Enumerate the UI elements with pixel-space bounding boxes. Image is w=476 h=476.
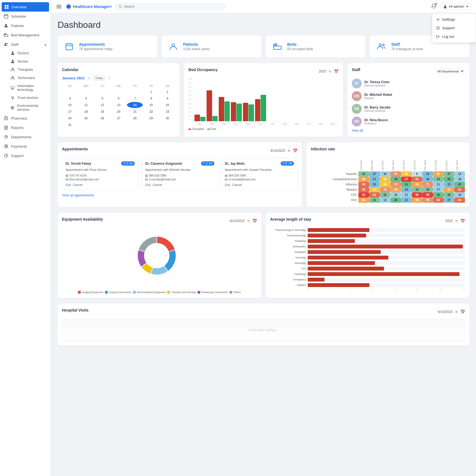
appointments-card[interactable]: Appointments 78 appointments today [58,36,157,58]
cal-day[interactable]: 20 [111,109,126,115]
dropdown-support[interactable]: Support [432,24,476,32]
appt-cancel-btn[interactable]: Cancel [73,183,82,186]
cal-day[interactable]: 23 [159,109,175,115]
staff-item[interactable]: DT Dr. Teresa Conn Internal medicine [352,79,465,88]
legend-label: Electromedical Equipment [137,291,166,294]
cal-day[interactable]: 1 [143,89,159,95]
cal-day[interactable]: 25 [78,115,94,121]
cal-day[interactable]: 8 [143,95,159,101]
chevron-down-icon: ▼ [466,5,469,8]
equipment-close[interactable]: ✕ [247,219,250,223]
bed-occupancy-close[interactable]: ✕ [328,69,332,74]
appointment-card: Dr. Jay Mohr. 9:45 AM Appointment with J… [221,158,298,190]
search-input[interactable] [124,5,222,9]
appt-cancel-btn[interactable]: Cancel [153,183,162,186]
cal-day[interactable]: 5 [94,95,110,101]
cal-day[interactable]: 7 [127,95,143,101]
appt-edit-btn[interactable]: Edit [66,183,71,186]
beds-card[interactable]: Beds 56 occupied beds [266,36,366,58]
page-title: Dashboard [58,20,469,30]
hospital-visits-calendar[interactable]: 📅 [460,310,465,314]
cal-day[interactable]: 4 [78,95,94,101]
sidebar-item-overview[interactable]: Overview [2,2,49,12]
sidebar-item-support[interactable]: Support [0,151,51,160]
hamburger-menu[interactable] [55,4,63,9]
appt-close[interactable]: ✕ [287,148,291,153]
cal-day[interactable]: 22 [143,109,159,115]
bar-group [194,115,205,121]
cal-day[interactable]: 18 [78,109,94,115]
cal-day[interactable]: 3 [62,95,78,101]
cal-day[interactable]: 28 [127,115,143,121]
cal-today[interactable]: Today [93,75,105,80]
cal-day[interactable]: 26 [94,115,110,121]
view-all-appointments[interactable]: View all appointments [62,193,298,197]
avg-stay-close[interactable]: ✕ [455,219,458,223]
cal-day[interactable]: 29 [143,115,159,121]
cal-day[interactable]: 11 [78,102,94,108]
staff-view-all[interactable]: View all [352,129,465,132]
search-bar[interactable] [115,3,225,10]
equipment-calendar[interactable]: 📅 [252,219,257,223]
staff-icon [4,42,8,47]
sidebar-item-nurses[interactable]: Nurses [8,57,51,66]
sidebar-item-schedule[interactable]: Schedule [0,12,51,21]
appt-calendar[interactable]: 📅 [293,148,298,153]
patients-card[interactable]: Patients 1234 active cases [162,36,261,58]
dropdown-logout[interactable]: Log out [432,32,476,41]
sidebar-item-reports[interactable]: Reports [0,123,51,132]
appt-edit-btn[interactable]: Edit [145,183,150,186]
avg-stay-title: Average length of stay [270,217,312,221]
staff-item[interactable]: DB Dr. Barry Jacobs Internal medicine [352,104,465,114]
cal-day[interactable]: 12 [94,102,110,108]
cal-day[interactable]: 31 [62,122,78,128]
sidebar-item-env[interactable]: Environmental services [8,102,51,113]
dropdown-settings[interactable]: Settings [432,15,476,24]
cal-day[interactable]: 21 [127,109,143,115]
cal-day[interactable]: 19 [94,109,110,115]
cal-day[interactable]: 2 [159,89,175,95]
appt-edit-btn[interactable]: Edit [225,183,230,186]
cal-day[interactable]: 30 [159,115,175,121]
user-menu[interactable]: Hi admin! ▼ [440,3,472,10]
notifications-bell[interactable] [431,3,437,10]
sidebar-item-food[interactable]: Food services [8,94,51,102]
appt-cancel-btn[interactable]: Cancel [232,183,242,186]
cal-day[interactable]: 9 [159,95,175,101]
cal-day[interactable]: 13 [111,102,126,108]
staff-item[interactable]: DM Dr. Mitchell Robel Reports [352,91,465,101]
cal-day[interactable]: 14 [127,102,143,108]
cal-next[interactable]: › [107,75,111,81]
sidebar-item-bed-management[interactable]: Bed Management [0,30,51,40]
cal-day[interactable]: 6 [111,95,126,101]
sidebar-item-pharmacy[interactable]: Pharmacy [0,113,51,123]
appt-time-badge: 9:10 AM [201,161,215,166]
staff-item[interactable]: DN Dr. Nina Bosco Pediatrics [352,117,465,126]
sidebar-item-therapists[interactable]: Therapists [8,66,51,74]
cal-day[interactable]: 27 [111,115,126,121]
cal-day[interactable]: 15 [143,102,159,108]
sidebar-item-departments[interactable]: Departments [0,132,51,142]
cal-day[interactable]: 24 [62,115,78,121]
summary-cards: Appointments 78 appointments today Patie… [58,36,469,58]
sidebar-item-it[interactable]: Information technology [8,82,51,94]
cal-prev[interactable]: ‹ [87,75,91,81]
bed-occupancy-calendar[interactable]: 📅 [334,69,339,74]
bar-group [255,95,266,121]
infection-cell: 89 [433,198,444,203]
legend-label: Surgical Instruments [109,291,131,294]
appointments-panel: Appointments 6/14/2023 ✕ 📅 Dr. Terrell F… [58,142,302,207]
sidebar-item-patients[interactable]: Patients [0,21,51,30]
cal-day[interactable]: 17 [62,109,78,115]
hospital-visits-close[interactable]: ✕ [455,310,458,314]
avg-stay-calendar[interactable]: 📅 [460,219,465,223]
sidebar-item-doctors[interactable]: Doctors [8,49,51,57]
cal-day[interactable]: 10 [62,102,78,108]
user-dropdown: Settings Support Log out [432,13,476,43]
infection-cell: 34 [433,177,444,182]
sidebar-item-payments[interactable]: Payments [0,142,51,151]
dept-filter[interactable]: All Departments [436,69,465,74]
cal-day[interactable]: 16 [159,102,175,108]
sidebar-item-technicians[interactable]: Technicians [8,74,51,82]
sidebar-item-staff[interactable]: Staff ▲ [0,40,51,49]
